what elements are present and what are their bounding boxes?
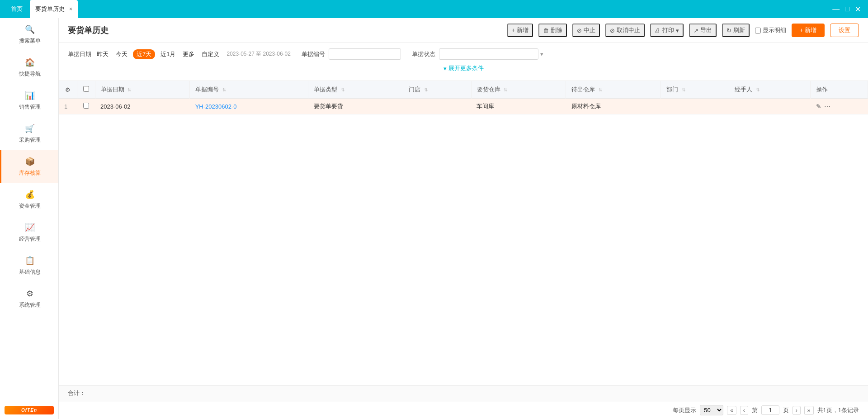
col-date[interactable]: 单据日期 ⇅ xyxy=(95,81,190,99)
tab-close-icon[interactable]: × xyxy=(69,6,72,12)
col-pending-warehouse[interactable]: 待出仓库 ⇅ xyxy=(566,81,661,99)
first-page-button[interactable]: « xyxy=(727,406,736,415)
docnum-input[interactable] xyxy=(329,48,401,60)
status-input[interactable] xyxy=(439,48,538,60)
status-dropdown-icon[interactable]: ▾ xyxy=(540,51,543,57)
sidebar-item-finance[interactable]: 💰 资金管理 xyxy=(0,183,58,216)
sidebar-item-operations-label: 经营管理 xyxy=(19,235,41,243)
close-window-icon[interactable]: ✕ xyxy=(855,5,861,14)
query-button[interactable]: + 新增 xyxy=(792,24,825,37)
row-docnum-link[interactable]: YH-20230602-0 xyxy=(195,103,237,110)
page-suffix: 页 xyxy=(783,406,789,414)
sidebar-item-basicinfo[interactable]: 📋 基础信息 xyxy=(0,249,58,282)
content-area: 要货单历史 + 新增 🗑 删除 ⊘ 中止 ⊘ 取消中止 🖨 打印 xyxy=(59,18,868,419)
top-bar-actions: — □ ✕ xyxy=(832,5,868,14)
print-button[interactable]: 🖨 打印 ▾ xyxy=(650,24,684,37)
col-req-warehouse-sort-icon: ⇅ xyxy=(504,87,507,92)
ops-cell: ✎ ⋯ xyxy=(816,103,863,110)
row-handler xyxy=(729,99,810,114)
col-checkbox xyxy=(77,81,95,99)
row-more-icon[interactable]: ⋯ xyxy=(824,103,830,110)
sidebar-item-inventory[interactable]: 📦 库存核算 xyxy=(0,150,58,183)
row-checkbox[interactable] xyxy=(83,103,89,109)
col-pending-warehouse-label: 待出仓库 xyxy=(571,86,595,93)
per-page-select[interactable]: 20 50 100 xyxy=(700,405,723,415)
expand-more-button[interactable]: ▾ 展开更多条件 xyxy=(68,62,859,75)
select-all-checkbox[interactable] xyxy=(83,86,89,92)
row-num: 1 xyxy=(59,99,77,114)
sidebar-item-operations[interactable]: 📈 经营管理 xyxy=(0,216,58,249)
sidebar-item-search-label: 搜索菜单 xyxy=(19,37,41,45)
col-store-sort-icon: ⇅ xyxy=(424,87,428,92)
total-label: 合计： xyxy=(68,389,85,397)
sidebar-item-purchase[interactable]: 🛒 采购管理 xyxy=(0,117,58,150)
row-edit-icon[interactable]: ✎ xyxy=(816,103,821,110)
cancel-stop-button[interactable]: ⊘ 取消中止 xyxy=(605,24,645,37)
date-opt-1month[interactable]: 近1月 xyxy=(159,49,177,59)
date-range-display: 2023-05-27 至 2023-06-02 xyxy=(226,50,290,58)
display-detail-toggle[interactable]: 显示明细 xyxy=(755,26,786,34)
date-opt-more[interactable]: 更多 xyxy=(181,49,196,59)
sidebar-item-system[interactable]: ⚙ 系统管理 xyxy=(0,282,58,315)
table-row[interactable]: 1 2023-06-02 YH-20230602-0 要货单要货 车间库 原材料… xyxy=(59,99,868,114)
col-handler[interactable]: 经手人 ⇅ xyxy=(729,81,810,99)
stop-button[interactable]: ⊘ 中止 xyxy=(572,24,600,37)
new-button[interactable]: + 新增 xyxy=(507,24,533,37)
row-doctype: 要货单要货 xyxy=(308,99,403,114)
prev-page-button[interactable]: ‹ xyxy=(740,406,748,415)
date-opt-yesterday[interactable]: 昨天 xyxy=(95,49,110,59)
sidebar-item-finance-label: 资金管理 xyxy=(19,202,41,210)
col-handler-sort-icon: ⇅ xyxy=(756,87,760,92)
col-doctype[interactable]: 单据类型 ⇅ xyxy=(308,81,403,99)
sidebar-item-quicknav[interactable]: 🏠 快捷导航 xyxy=(0,51,58,84)
maximize-icon[interactable]: □ xyxy=(845,5,849,13)
display-detail-checkbox[interactable] xyxy=(755,28,761,33)
data-table: ⚙ 单据日期 ⇅ 单据编号 ⇅ 单据类型 xyxy=(59,81,868,114)
basicinfo-icon: 📋 xyxy=(25,256,35,266)
col-department-sort-icon: ⇅ xyxy=(682,87,685,92)
col-docnum[interactable]: 单据编号 ⇅ xyxy=(190,81,308,99)
row-pending-warehouse: 原材料仓库 xyxy=(566,99,661,114)
search-menu-icon: 🔍 xyxy=(25,24,35,34)
operations-icon: 📈 xyxy=(25,223,35,233)
setting-button[interactable]: 设置 xyxy=(830,24,859,37)
top-bar: 首页 要货单历史 × — □ ✕ xyxy=(0,0,868,18)
col-department[interactable]: 部门 ⇅ xyxy=(661,81,729,99)
print-dropdown-icon: ▾ xyxy=(676,27,679,34)
delete-button[interactable]: 🗑 删除 xyxy=(538,24,567,37)
last-page-button[interactable]: » xyxy=(804,406,814,415)
per-page-label: 每页显示 xyxy=(673,406,696,414)
sidebar-item-purchase-label: 采购管理 xyxy=(19,136,41,144)
col-req-warehouse[interactable]: 要货仓库 ⇅ xyxy=(471,81,566,99)
export-button[interactable]: ↗ 导出 xyxy=(689,24,717,37)
sidebar-item-basicinfo-label: 基础信息 xyxy=(19,268,41,276)
date-opt-7days[interactable]: 近7天 xyxy=(133,49,155,59)
tab-active-label: 要货单历史 xyxy=(35,5,65,13)
minimize-icon[interactable]: — xyxy=(832,5,840,13)
delete-icon: 🗑 xyxy=(543,27,549,34)
home-icon: 🏠 xyxy=(25,57,35,67)
col-pending-warehouse-sort-icon: ⇅ xyxy=(599,87,602,92)
col-settings[interactable]: ⚙ xyxy=(59,81,77,99)
page-input[interactable] xyxy=(761,405,779,415)
sidebar-item-system-label: 系统管理 xyxy=(19,301,41,309)
date-opt-custom[interactable]: 自定义 xyxy=(200,49,221,59)
row-ops: ✎ ⋯ xyxy=(811,99,868,114)
page-title: 要货单历史 xyxy=(68,25,108,36)
export-icon: ↗ xyxy=(693,27,698,34)
tab-home[interactable]: 首页 xyxy=(4,0,30,18)
date-opt-today[interactable]: 今天 xyxy=(114,49,129,59)
refresh-icon: ↻ xyxy=(726,27,731,34)
refresh-button[interactable]: ↻ 刷新 xyxy=(722,24,750,37)
col-store[interactable]: 门店 ⇅ xyxy=(403,81,471,99)
sidebar-item-sales[interactable]: 📊 销售管理 xyxy=(0,84,58,117)
sidebar-item-quicknav-label: 快捷导航 xyxy=(19,70,41,78)
sidebar-item-search[interactable]: 🔍 搜索菜单 xyxy=(0,18,58,51)
col-handler-label: 经手人 xyxy=(735,86,752,93)
sidebar-bottom: OfTEn xyxy=(0,401,58,419)
tab-active[interactable]: 要货单历史 × xyxy=(30,0,78,18)
status-filter-label: 单据状态 xyxy=(412,50,435,58)
col-department-label: 部门 xyxy=(666,86,678,93)
next-page-button[interactable]: › xyxy=(793,406,801,415)
filter-area: 单据日期 昨天 今天 近7天 近1月 更多 自定义 2023-05-27 至 2… xyxy=(59,43,868,81)
